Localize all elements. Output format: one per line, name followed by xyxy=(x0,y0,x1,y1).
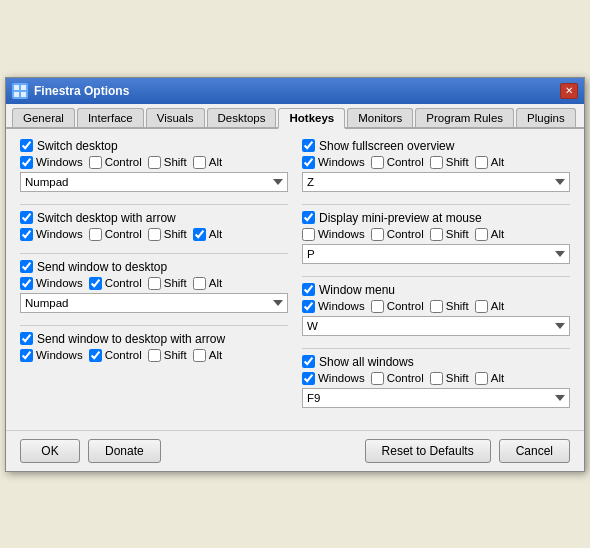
switch-desktop-label: Switch desktop xyxy=(37,139,118,153)
fullscreen-checkbox[interactable] xyxy=(302,139,315,152)
show-all-windows-key[interactable]: F9 xyxy=(302,388,570,408)
footer: OK Donate Reset to Defaults Cancel xyxy=(6,430,584,471)
tab-plugins[interactable]: Plugins xyxy=(516,108,576,127)
mod-alt-3[interactable]: Alt xyxy=(193,277,222,290)
section-switch-desktop-arrow: Switch desktop with arrow Windows Contro… xyxy=(20,211,288,241)
switch-arrow-modifiers: Windows Control Shift Alt xyxy=(20,228,288,241)
mini-preview-key[interactable]: P xyxy=(302,244,570,264)
tab-hotkeys[interactable]: Hotkeys xyxy=(278,108,345,129)
switch-desktop-arrow-checkbox[interactable] xyxy=(20,211,33,224)
mini-preview-modifiers: Windows Control Shift Alt xyxy=(302,228,570,241)
switch-desktop-checkbox[interactable] xyxy=(20,139,33,152)
mod-control-1[interactable]: Control xyxy=(89,156,142,169)
window-menu-label: Window menu xyxy=(319,283,395,297)
window-menu-modifiers: Windows Control Shift Alt xyxy=(302,300,570,313)
mod-control-7[interactable]: Control xyxy=(371,300,424,313)
mod-alt-2[interactable]: Alt xyxy=(193,228,222,241)
section-send-window-arrow-title: Send window to desktop with arrow xyxy=(20,332,288,346)
title-bar: Finestra Options ✕ xyxy=(6,78,584,104)
close-button[interactable]: ✕ xyxy=(560,83,578,99)
section-send-window-title: Send window to desktop xyxy=(20,260,288,274)
donate-button[interactable]: Donate xyxy=(88,439,161,463)
mod-alt-5[interactable]: Alt xyxy=(475,156,504,169)
fullscreen-label: Show fullscreen overview xyxy=(319,139,454,153)
send-window-modifiers: Windows Control Shift Alt xyxy=(20,277,288,290)
switch-desktop-arrow-label: Switch desktop with arrow xyxy=(37,211,176,225)
send-window-key[interactable]: Numpad xyxy=(20,293,288,313)
section-send-window-arrow: Send window to desktop with arrow Window… xyxy=(20,332,288,362)
show-all-windows-checkbox[interactable] xyxy=(302,355,315,368)
divider-3 xyxy=(20,325,288,326)
mod-shift-6[interactable]: Shift xyxy=(430,228,469,241)
mod-alt-4[interactable]: Alt xyxy=(193,349,222,362)
mod-shift-2[interactable]: Shift xyxy=(148,228,187,241)
mod-alt-7[interactable]: Alt xyxy=(475,300,504,313)
mod-windows-4[interactable]: Windows xyxy=(20,349,83,362)
mod-windows-2[interactable]: Windows xyxy=(20,228,83,241)
show-all-windows-label: Show all windows xyxy=(319,355,414,369)
switch-desktop-key[interactable]: Numpad xyxy=(20,172,288,192)
fullscreen-key[interactable]: Z xyxy=(302,172,570,192)
svg-rect-3 xyxy=(21,92,26,97)
mod-shift-4[interactable]: Shift xyxy=(148,349,187,362)
right-column: Show fullscreen overview Windows Control… xyxy=(302,139,570,420)
mod-alt-1[interactable]: Alt xyxy=(193,156,222,169)
mini-preview-label: Display mini-preview at mouse xyxy=(319,211,482,225)
tab-visuals[interactable]: Visuals xyxy=(146,108,205,127)
tab-desktops[interactable]: Desktops xyxy=(207,108,277,127)
switch-desktop-modifiers: Windows Control Shift Alt xyxy=(20,156,288,169)
cancel-button[interactable]: Cancel xyxy=(499,439,570,463)
mod-alt-8[interactable]: Alt xyxy=(475,372,504,385)
mod-control-6[interactable]: Control xyxy=(371,228,424,241)
mod-windows-1[interactable]: Windows xyxy=(20,156,83,169)
section-fullscreen: Show fullscreen overview Windows Control… xyxy=(302,139,570,192)
window-menu-key[interactable]: W xyxy=(302,316,570,336)
mod-control-3[interactable]: Control xyxy=(89,277,142,290)
svg-rect-0 xyxy=(14,85,19,90)
mod-shift-8[interactable]: Shift xyxy=(430,372,469,385)
title-bar-left: Finestra Options xyxy=(12,83,129,99)
mod-shift-1[interactable]: Shift xyxy=(148,156,187,169)
tab-monitors[interactable]: Monitors xyxy=(347,108,413,127)
send-window-checkbox[interactable] xyxy=(20,260,33,273)
section-switch-desktop: Switch desktop Windows Control Shift Alt… xyxy=(20,139,288,192)
mini-preview-checkbox[interactable] xyxy=(302,211,315,224)
section-window-menu: Window menu Windows Control Shift Alt W xyxy=(302,283,570,336)
svg-rect-2 xyxy=(14,92,19,97)
send-window-arrow-checkbox[interactable] xyxy=(20,332,33,345)
mod-windows-6[interactable]: Windows xyxy=(302,228,365,241)
svg-rect-1 xyxy=(21,85,26,90)
section-show-all-windows-title: Show all windows xyxy=(302,355,570,369)
mod-control-4[interactable]: Control xyxy=(89,349,142,362)
mod-windows-8[interactable]: Windows xyxy=(302,372,365,385)
mod-windows-3[interactable]: Windows xyxy=(20,277,83,290)
mod-control-2[interactable]: Control xyxy=(89,228,142,241)
section-fullscreen-title: Show fullscreen overview xyxy=(302,139,570,153)
reset-button[interactable]: Reset to Defaults xyxy=(365,439,491,463)
fullscreen-modifiers: Windows Control Shift Alt xyxy=(302,156,570,169)
mod-windows-7[interactable]: Windows xyxy=(302,300,365,313)
show-all-windows-modifiers: Windows Control Shift Alt xyxy=(302,372,570,385)
mod-control-8[interactable]: Control xyxy=(371,372,424,385)
divider-2 xyxy=(20,253,288,254)
mod-shift-7[interactable]: Shift xyxy=(430,300,469,313)
mod-alt-6[interactable]: Alt xyxy=(475,228,504,241)
section-mini-preview: Display mini-preview at mouse Windows Co… xyxy=(302,211,570,264)
mod-shift-5[interactable]: Shift xyxy=(430,156,469,169)
ok-button[interactable]: OK xyxy=(20,439,80,463)
send-window-arrow-label: Send window to desktop with arrow xyxy=(37,332,225,346)
tab-program-rules[interactable]: Program Rules xyxy=(415,108,514,127)
section-switch-arrow-title: Switch desktop with arrow xyxy=(20,211,288,225)
tab-general[interactable]: General xyxy=(12,108,75,127)
content-area: Switch desktop Windows Control Shift Alt… xyxy=(6,129,584,430)
app-icon xyxy=(12,83,28,99)
tab-interface[interactable]: Interface xyxy=(77,108,144,127)
section-mini-preview-title: Display mini-preview at mouse xyxy=(302,211,570,225)
window-menu-checkbox[interactable] xyxy=(302,283,315,296)
divider-1 xyxy=(20,204,288,205)
send-window-label: Send window to desktop xyxy=(37,260,167,274)
mod-windows-5[interactable]: Windows xyxy=(302,156,365,169)
mod-control-5[interactable]: Control xyxy=(371,156,424,169)
mod-shift-3[interactable]: Shift xyxy=(148,277,187,290)
section-show-all-windows: Show all windows Windows Control Shift A… xyxy=(302,355,570,408)
